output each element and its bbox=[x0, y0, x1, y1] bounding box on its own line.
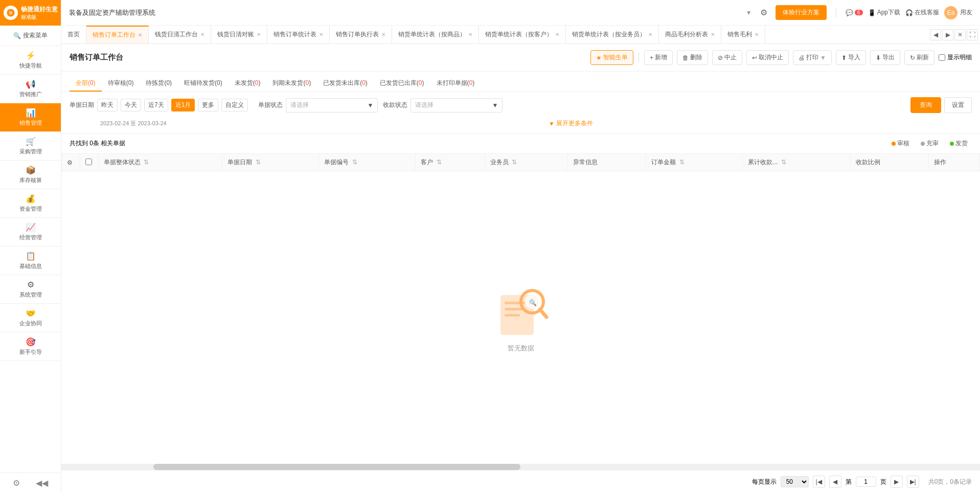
sort-number[interactable]: ⇅ bbox=[352, 159, 357, 166]
col-amount[interactable]: 订单金额 ⇅ bbox=[646, 154, 743, 171]
date-btn-more[interactable]: 更多 bbox=[198, 99, 218, 111]
select-all-checkbox[interactable] bbox=[85, 159, 92, 165]
add-button[interactable]: + 新增 bbox=[644, 50, 673, 65]
col-checkbox[interactable] bbox=[80, 154, 99, 171]
date-btn-today[interactable]: 今天 bbox=[121, 99, 141, 111]
show-detail-checkbox-area[interactable]: 显示明细 bbox=[939, 53, 972, 62]
tab-home[interactable]: 首页 bbox=[61, 26, 86, 44]
tab-close-sales-order[interactable]: ✕ bbox=[138, 32, 142, 38]
tab-scroll-right[interactable]: ▶ bbox=[942, 29, 953, 40]
tab-scroll-left[interactable]: ◀ bbox=[930, 29, 941, 40]
sub-tab-overdue[interactable]: 到期未发货(0) bbox=[266, 76, 317, 92]
sub-tab-wangpu[interactable]: 旺铺待发货(0) bbox=[178, 76, 229, 92]
tab-close-goods-stat[interactable]: ✕ bbox=[468, 32, 472, 37]
col-salesman[interactable]: 业务员 ⇅ bbox=[485, 154, 568, 171]
payment-select[interactable]: 请选择 ▼ bbox=[411, 98, 503, 113]
tab-sales-profit[interactable]: 销售毛利 ✕ bbox=[721, 26, 765, 44]
sort-customer[interactable]: ⇅ bbox=[437, 159, 442, 166]
cancel-stop-button[interactable]: ↩ 取消中止 bbox=[746, 50, 789, 65]
sort-status[interactable]: ⇅ bbox=[144, 159, 149, 166]
status-select[interactable]: 请选择 ▼ bbox=[286, 98, 378, 113]
stop-button[interactable]: ⊘ 中止 bbox=[712, 50, 742, 65]
date-btn-yesterday[interactable]: 昨天 bbox=[97, 99, 118, 111]
sub-tab-shipped-out[interactable]: 已发货已出库(0) bbox=[374, 76, 430, 92]
tab-goods-stat[interactable]: 销货单统计表（按商品） ✕ bbox=[392, 26, 479, 44]
page-number-input[interactable] bbox=[856, 477, 876, 487]
online-service-area[interactable]: 🎧 在线客服 bbox=[905, 8, 939, 17]
tab-order-stat[interactable]: 销售订单统计表 ✕ bbox=[267, 26, 330, 44]
sidebar-item-system[interactable]: ⚙ 系统管理 bbox=[0, 275, 61, 304]
sidebar-item-finance[interactable]: 💰 资金管理 bbox=[0, 189, 61, 218]
export-button[interactable]: ⬇ 导出 bbox=[870, 50, 900, 65]
import-button[interactable]: ⬆ 导入 bbox=[836, 50, 866, 65]
sort-amount[interactable]: ⇅ bbox=[679, 159, 685, 166]
cancel-audit-button[interactable]: 充审 bbox=[917, 138, 943, 149]
sub-tab-unshipped[interactable]: 未发货(0) bbox=[229, 76, 267, 92]
sidebar-item-marketing[interactable]: 📢 营销推广 bbox=[0, 75, 61, 103]
sort-collected[interactable]: ⇅ bbox=[781, 159, 786, 166]
scrollbar-thumb[interactable] bbox=[153, 464, 521, 470]
collapse-icon[interactable]: ◀◀ bbox=[36, 478, 48, 488]
sub-tab-pick[interactable]: 待拣货(0) bbox=[140, 76, 178, 92]
col-settings[interactable]: ⚙ bbox=[62, 154, 80, 171]
col-date[interactable]: 单据日期 ⇅ bbox=[222, 154, 319, 171]
print-button[interactable]: 🖨 打印 ▼ bbox=[793, 50, 832, 65]
tab-reconcile[interactable]: 钱货日清对账 ✕ bbox=[211, 26, 267, 44]
expand-filter-button[interactable]: ▼ 展开更多条件 bbox=[549, 119, 593, 128]
tab-close-all[interactable]: ✕ bbox=[954, 29, 966, 40]
tab-sales-order[interactable]: 销售订单工作台 ✕ bbox=[86, 26, 149, 44]
tab-close-profit-stat[interactable]: ✕ bbox=[711, 32, 715, 37]
col-number[interactable]: 单据编号 ⇅ bbox=[319, 154, 416, 171]
tab-close-reconcile[interactable]: ✕ bbox=[257, 32, 261, 37]
sidebar-item-purchase[interactable]: 🛒 采购管理 bbox=[0, 132, 61, 161]
set-button[interactable]: 设置 bbox=[944, 97, 972, 113]
tab-profit-stat[interactable]: 商品毛利分析表 ✕ bbox=[659, 26, 721, 44]
date-btn-custom[interactable]: 自定义 bbox=[221, 99, 248, 111]
sidebar-item-cooperation[interactable]: 🤝 企业协同 bbox=[0, 304, 61, 332]
horizontal-scrollbar[interactable] bbox=[61, 464, 980, 470]
tab-close-sales-profit[interactable]: ✕ bbox=[755, 32, 759, 37]
gear-icon[interactable]: ⚙ bbox=[757, 6, 770, 19]
tab-customer-stat[interactable]: 销货单统计表（按客户） ✕ bbox=[479, 26, 566, 44]
tab-maximize[interactable]: ⛶ bbox=[967, 29, 978, 40]
sidebar-item-inventory[interactable]: 📦 库存核算 bbox=[0, 161, 61, 189]
sidebar-item-operation[interactable]: 📈 经营管理 bbox=[0, 218, 61, 246]
sort-salesman[interactable]: ⇅ bbox=[512, 159, 517, 166]
sub-tab-all[interactable]: 全部(0) bbox=[70, 76, 102, 92]
tab-salesman-stat[interactable]: 销货单统计表（按业务员） ✕ bbox=[566, 26, 659, 44]
date-btn-7days[interactable]: 近7天 bbox=[144, 99, 168, 111]
sidebar-item-basic[interactable]: 📋 基础信息 bbox=[0, 246, 61, 275]
last-page-btn[interactable]: ▶| bbox=[907, 476, 919, 488]
sidebar-search[interactable]: 🔍 搜索菜单 bbox=[0, 26, 61, 46]
col-customer[interactable]: 客户 ⇅ bbox=[416, 154, 485, 171]
per-page-select[interactable]: 50 100 200 bbox=[781, 476, 809, 487]
audit-button[interactable]: 审核 bbox=[887, 138, 914, 149]
ship-button[interactable]: 发货 bbox=[946, 138, 972, 149]
tab-close-daily-clear[interactable]: ✕ bbox=[200, 32, 204, 37]
show-detail-checkbox[interactable] bbox=[939, 54, 945, 61]
query-button[interactable]: 查询 bbox=[910, 97, 941, 113]
prev-page-btn[interactable]: ◀ bbox=[829, 476, 841, 488]
tab-close-customer-stat[interactable]: ✕ bbox=[555, 32, 559, 37]
sidebar-item-guide[interactable]: 🎯 新手引导 bbox=[0, 332, 61, 361]
industry-solution-button[interactable]: 体验行业方案 bbox=[776, 5, 827, 20]
tab-close-salesman-stat[interactable]: ✕ bbox=[648, 32, 652, 37]
settings-bottom-icon[interactable]: ⚙ bbox=[13, 478, 20, 488]
tab-close-order-exec[interactable]: ✕ bbox=[381, 32, 385, 37]
sub-tab-pending[interactable]: 待审核(0) bbox=[102, 76, 140, 92]
sub-tab-unprinted[interactable]: 未打印单据(0) bbox=[430, 76, 481, 92]
col-status[interactable]: 单据整体状态 ⇅ bbox=[99, 154, 222, 171]
tab-daily-clear[interactable]: 钱货日清工作台 ✕ bbox=[149, 26, 211, 44]
sidebar-item-sales[interactable]: 📊 销售管理 bbox=[0, 103, 61, 132]
sub-tab-shipped-no-out[interactable]: 已发货未出库(0) bbox=[317, 76, 374, 92]
dropdown-arrow[interactable]: ▼ bbox=[746, 9, 752, 16]
app-download-area[interactable]: 📱 App下载 bbox=[868, 8, 900, 17]
sort-date[interactable]: ⇅ bbox=[256, 159, 261, 166]
tab-order-exec[interactable]: 销售订单执行表 ✕ bbox=[330, 26, 392, 44]
sidebar-item-shortcut[interactable]: ⚡ 快捷导航 bbox=[0, 46, 61, 75]
delete-button[interactable]: 🗑 删除 bbox=[677, 50, 708, 65]
first-page-btn[interactable]: |◀ bbox=[813, 476, 825, 488]
user-area[interactable]: Ea 用友 bbox=[944, 6, 972, 19]
col-collected[interactable]: 累计收款... ⇅ bbox=[743, 154, 851, 171]
refresh-button[interactable]: ↻ 刷新 bbox=[904, 50, 935, 65]
